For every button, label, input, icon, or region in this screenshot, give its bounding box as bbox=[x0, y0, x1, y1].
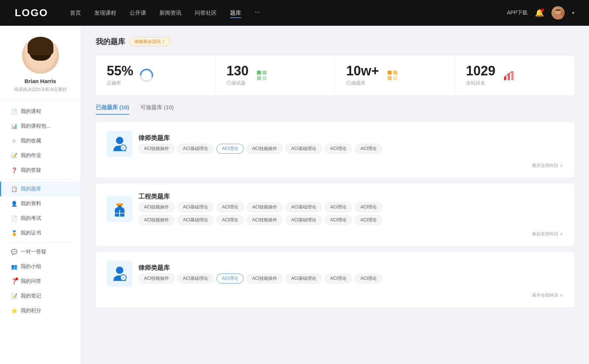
bank-tag[interactable]: ACI理论 bbox=[216, 215, 244, 225]
bank-tag[interactable]: ACI基础理论 bbox=[177, 274, 214, 283]
svg-rect-11 bbox=[393, 76, 397, 80]
expand-button-2[interactable]: 展开全部科目 ∨ bbox=[107, 292, 563, 299]
bank-tag[interactable]: ACI理论 bbox=[355, 202, 382, 212]
bank-tag-highlighted[interactable]: ACI理论 bbox=[216, 274, 244, 283]
bank-tag[interactable]: ACI理论 bbox=[325, 144, 352, 154]
question-icon: ❓ bbox=[11, 167, 17, 173]
bank-tag[interactable]: ACI技能操作 bbox=[138, 144, 174, 154]
bank-tag[interactable]: ACI技能操作 bbox=[247, 274, 283, 283]
sidebar-item-exam[interactable]: 📄 我的考试 bbox=[0, 211, 81, 226]
svg-point-24 bbox=[116, 267, 123, 274]
sidebar-item-my-courses[interactable]: 📄 我的课程 bbox=[0, 104, 81, 119]
bank-tag[interactable]: ACI基础理论 bbox=[177, 202, 214, 212]
svg-rect-9 bbox=[393, 71, 397, 75]
bank-tag[interactable]: ACI技能操作 bbox=[247, 215, 283, 225]
bank-card-lawyer: ✓ 律师类题库 ACI技能操作 ACI基础理论 ACI理论 ACI技能操作 AC… bbox=[96, 122, 574, 178]
sidebar-item-certificate[interactable]: 🏅 我的证书 bbox=[0, 226, 81, 240]
sidebar-item-label: 我的积分 bbox=[21, 307, 41, 314]
bank-card-title: 律师类题库 bbox=[138, 264, 382, 272]
sidebar-item-label: 我的小组 bbox=[21, 263, 41, 270]
bank-tag[interactable]: ACI理论 bbox=[355, 144, 382, 154]
svg-rect-13 bbox=[508, 74, 510, 80]
exam-icon: 📄 bbox=[11, 215, 17, 221]
avatar-dropdown-icon[interactable]: ▾ bbox=[572, 10, 574, 15]
nav-home[interactable]: 首页 bbox=[70, 8, 81, 18]
sidebar-item-points[interactable]: ⭐ 我的积分 bbox=[0, 303, 81, 318]
nav-qa[interactable]: 问答社区 bbox=[195, 8, 217, 18]
bank-tag[interactable]: ACI基础理论 bbox=[286, 202, 322, 212]
sidebar-item-qa[interactable]: ❓ 我的答疑 bbox=[0, 163, 81, 178]
notification-bell[interactable]: 🔔 bbox=[535, 8, 544, 17]
points-icon: ⭐ bbox=[11, 308, 17, 314]
bank-card-title-area: 工程类题库 ACI技能操作 ACI基础理论 ACI理论 ACI技能操作 ACI基… bbox=[138, 192, 563, 225]
accuracy-icon bbox=[139, 68, 154, 83]
sidebar-item-notes[interactable]: 📝 我的笔记 bbox=[0, 289, 81, 303]
bank-tag[interactable]: ACI技能操作 bbox=[247, 202, 283, 212]
bank-tag[interactable]: ACI理论 bbox=[216, 202, 244, 212]
questions-icon bbox=[254, 68, 269, 83]
svg-rect-6 bbox=[257, 76, 261, 80]
sidebar-quote: 错误的决定比没有决定要好 bbox=[14, 86, 67, 93]
bank-tag[interactable]: ACI技能操作 bbox=[138, 274, 174, 283]
bank-tag[interactable]: ACI基础理论 bbox=[177, 144, 214, 154]
nav-discover[interactable]: 发现课程 bbox=[94, 8, 116, 18]
sidebar-username: Brian Harris bbox=[25, 78, 56, 84]
avatar-image bbox=[551, 6, 565, 19]
ranking-value: 1029 bbox=[466, 64, 495, 78]
sidebar-item-course-packages[interactable]: 📊 我的课程包... bbox=[0, 119, 81, 133]
accuracy-label: 正确率 bbox=[107, 80, 133, 86]
sidebar-item-label: 我的收藏 bbox=[21, 138, 41, 144]
tabs-bar: 已做题库 (10) 可做题库 (10) bbox=[96, 104, 574, 115]
stat-done-questions: 130 已做试题 bbox=[215, 56, 335, 95]
collapse-button[interactable]: 收起全部科目 ∧ bbox=[107, 231, 563, 237]
expand-button[interactable]: 展开全部科目 ∨ bbox=[107, 163, 563, 169]
bank-tag[interactable]: ACI技能操作 bbox=[138, 215, 174, 225]
bank-tag[interactable]: ACI基础理论 bbox=[286, 215, 322, 225]
bank-tag[interactable]: ACI理论 bbox=[325, 274, 352, 283]
sidebar-item-homework[interactable]: 📝 我的作业 bbox=[0, 148, 81, 163]
navbar-nav: 首页 发现课程 公开课 新闻资讯 问答社区 题库 ··· bbox=[70, 8, 507, 18]
stat-done-banks: 10w+ 已做题库 bbox=[335, 56, 455, 95]
ranking-icon bbox=[501, 68, 516, 83]
bank-tag[interactable]: ACI基础理论 bbox=[286, 144, 322, 154]
bank-tag[interactable]: ACI技能操作 bbox=[247, 144, 283, 154]
stat-ranking: 1029 全站排名 bbox=[455, 56, 574, 95]
sidebar-item-favorites[interactable]: ☆ 我的收藏 bbox=[0, 133, 81, 148]
bank-tag[interactable]: ACI理论 bbox=[325, 202, 352, 212]
sidebar-item-profile[interactable]: 👤 我的资料 bbox=[0, 196, 81, 211]
bank-tag[interactable]: ACI基础理论 bbox=[177, 215, 214, 225]
svg-point-15 bbox=[116, 137, 123, 144]
bank-tag[interactable]: ACI基础理论 bbox=[286, 274, 322, 283]
sidebar-item-group[interactable]: 👥 我的小组 bbox=[0, 259, 81, 274]
bank-tag[interactable]: ACI技能操作 bbox=[138, 202, 174, 212]
app-download-link[interactable]: APP下载 bbox=[507, 10, 528, 16]
notes-icon: 📝 bbox=[11, 293, 17, 299]
nav-question-bank[interactable]: 题库 bbox=[230, 8, 241, 18]
accuracy-value: 55% bbox=[107, 64, 133, 78]
sidebar-item-my-qa[interactable]: ❓ 我的问答 bbox=[0, 274, 81, 289]
nav-public-course[interactable]: 公开课 bbox=[130, 8, 146, 18]
sidebar-menu: 📄 我的课程 📊 我的课程包... ☆ 我的收藏 📝 我的作业 ❓ 我的答疑 � bbox=[0, 100, 81, 322]
bank-icon: 📋 bbox=[11, 186, 17, 192]
bank-card-tags-row2: ACI技能操作 ACI基础理论 ACI理论 ACI技能操作 ACI基础理论 AC… bbox=[138, 215, 563, 225]
bank-tag-highlighted[interactable]: ACI理论 bbox=[216, 144, 244, 154]
user-avatar[interactable] bbox=[551, 6, 565, 19]
sidebar-item-label: 我的答疑 bbox=[21, 167, 41, 174]
profile-portrait bbox=[22, 37, 59, 74]
tab-done[interactable]: 已做题库 (10) bbox=[96, 104, 129, 115]
nav-news[interactable]: 新闻资讯 bbox=[159, 8, 181, 18]
navbar-right: APP下载 🔔 ▾ bbox=[507, 6, 574, 19]
bank-card-title-area: 律师类题库 ACI技能操作 ACI基础理论 ACI理论 ACI技能操作 ACI基… bbox=[138, 264, 382, 283]
bank-tag[interactable]: ACI理论 bbox=[355, 215, 382, 225]
stats-bar: 55% 正确率 130 已做试题 bbox=[96, 56, 574, 95]
svg-rect-12 bbox=[504, 76, 506, 80]
bank-tag[interactable]: ACI理论 bbox=[355, 274, 382, 283]
sidebar-item-label: 我的题库 bbox=[21, 186, 41, 192]
sidebar-item-one-on-one[interactable]: 💬 一对一答疑 bbox=[0, 245, 81, 259]
bank-tag[interactable]: ACI理论 bbox=[325, 215, 352, 225]
sidebar-item-question-bank[interactable]: 📋 我的题库 bbox=[0, 182, 81, 196]
bank-card-icon: ✓ bbox=[107, 131, 133, 157]
bank-card-engineering: 工程类题库 ACI技能操作 ACI基础理论 ACI理论 ACI技能操作 ACI基… bbox=[96, 183, 574, 246]
tab-available[interactable]: 可做题库 (10) bbox=[140, 104, 174, 115]
nav-more[interactable]: ··· bbox=[254, 8, 260, 18]
